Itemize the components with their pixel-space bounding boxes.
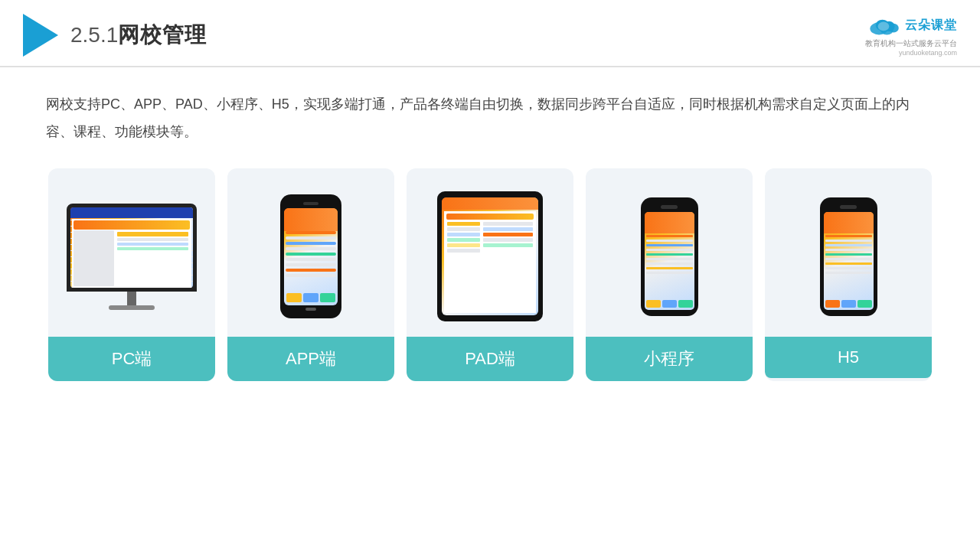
phone-mini-icon <box>641 197 698 316</box>
header: 2.5.1网校管理 云朵课堂 教育机构一站式服务云平台 yunduoketang… <box>0 0 980 67</box>
card-pc-label: PC端 <box>48 337 215 381</box>
brand-logo: 云朵课堂 教育机构一站式服务云平台 yunduoketang.com <box>865 14 957 57</box>
pc-monitor-icon <box>67 204 197 310</box>
desc-paragraph: 网校支持PC、APP、PAD、小程序、H5，实现多端打通，产品各终端自由切换，数… <box>46 90 934 145</box>
card-app-label: APP端 <box>227 337 394 381</box>
card-app: APP端 <box>227 168 394 381</box>
card-pad-label: PAD端 <box>407 337 573 381</box>
card-h5-label: H5 <box>765 337 932 378</box>
card-miniapp-image <box>586 168 753 337</box>
header-left: 2.5.1网校管理 <box>23 14 207 57</box>
card-pc-image <box>48 168 215 337</box>
brand-logo-inner: 云朵课堂 <box>867 14 957 37</box>
brand-name: 云朵课堂 <box>905 18 957 34</box>
description-text: 网校支持PC、APP、PAD、小程序、H5，实现多端打通，产品各终端自由切换，数… <box>0 67 980 161</box>
card-miniapp: 小程序 <box>586 168 753 381</box>
card-miniapp-label: 小程序 <box>586 337 753 381</box>
card-h5: H5 <box>765 168 932 381</box>
brand-url: yunduoketang.com <box>899 49 957 57</box>
phone-h5-icon <box>820 197 877 316</box>
phone-app-icon <box>280 194 341 318</box>
card-pad: PAD端 <box>407 168 573 381</box>
cards-container: PC端 <box>0 161 980 396</box>
card-h5-image <box>765 168 932 337</box>
section-number: 2.5.1 <box>70 23 118 47</box>
brand-slogan: 教育机构一站式服务云平台 <box>865 38 957 49</box>
svg-point-4 <box>889 24 899 33</box>
card-app-image <box>227 168 394 337</box>
title-text: 网校管理 <box>118 23 207 47</box>
pad-icon <box>437 191 543 321</box>
play-triangle-icon <box>23 14 58 57</box>
card-pad-image <box>407 168 573 337</box>
page-title: 2.5.1网校管理 <box>70 21 207 50</box>
svg-point-5 <box>878 22 890 31</box>
cloud-icon <box>867 14 900 37</box>
card-pc: PC端 <box>48 168 215 381</box>
